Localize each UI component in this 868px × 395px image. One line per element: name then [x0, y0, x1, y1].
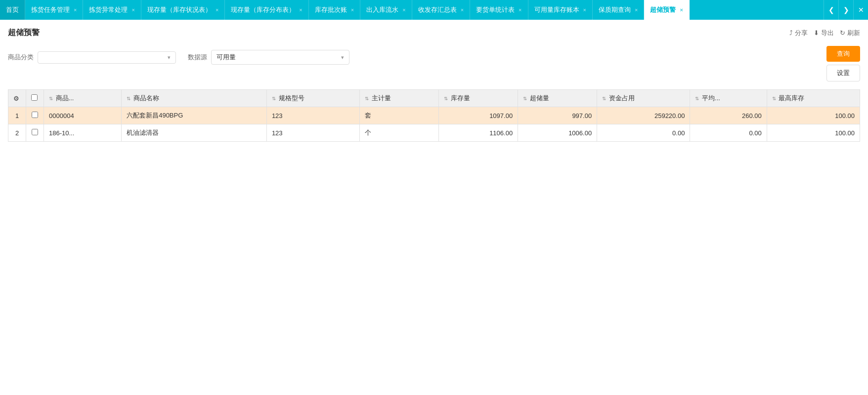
nav-home[interactable]: 首页	[0, 0, 25, 20]
cell-spec: 123	[266, 107, 359, 124]
sort-icon: ⇅	[365, 96, 369, 101]
nav-close-icon[interactable]: ×	[635, 7, 638, 13]
row-number: 2	[8, 124, 26, 142]
row-checkbox-cell[interactable]	[26, 124, 44, 142]
col-overflow[interactable]: ⇅ 超储量	[518, 90, 597, 107]
nav-next-arrow[interactable]: ❯	[838, 0, 853, 20]
datasource-select[interactable]: 可用量 ▾	[211, 50, 349, 65]
col-unit[interactable]: ⇅ 主计量	[360, 90, 439, 107]
header-actions: ⤴ 分享 ⬇ 导出 ↻ 刷新	[789, 29, 860, 38]
cell-max-stock: 100.00	[767, 107, 860, 124]
datasource-filter: 数据源 可用量 ▾	[188, 50, 349, 65]
table-row: 2 186-10... 机油滤清器 123 个 1106.00 1006.00 …	[8, 124, 860, 142]
category-label: 商品分类	[8, 53, 34, 62]
col-stock[interactable]: ⇅ 库存量	[439, 90, 518, 107]
settings-gear-icon: ⚙	[13, 95, 19, 102]
cell-max-stock: 100.00	[767, 124, 860, 142]
nav-summary[interactable]: 收发存汇总表 ×	[412, 0, 470, 20]
nav-pick-task[interactable]: 拣货任务管理 ×	[25, 0, 83, 20]
checkbox-header[interactable]	[26, 90, 44, 107]
gear-header[interactable]: ⚙	[8, 90, 26, 107]
sort-icon: ⇅	[127, 96, 130, 101]
cell-product-name: 机油滤清器	[122, 124, 267, 142]
share-icon: ⤴	[789, 29, 793, 37]
cell-product-name: 六配套新昌490BPG	[122, 107, 267, 124]
nav-pick-exception[interactable]: 拣货异常处理 ×	[83, 0, 141, 20]
nav-close-icon[interactable]: ×	[461, 7, 464, 13]
settings-button[interactable]: 设置	[826, 65, 860, 81]
cell-product-code: 0000004	[44, 107, 122, 124]
col-avg[interactable]: ⇅ 平均...	[690, 90, 767, 107]
nav-overstock[interactable]: 超储预警 ×	[644, 0, 689, 20]
nav-inout-flow[interactable]: 出入库流水 ×	[360, 0, 412, 20]
row-number: 1	[8, 107, 26, 124]
cell-unit: 套	[360, 107, 439, 124]
query-button[interactable]: 查询	[826, 46, 860, 62]
col-max-stock[interactable]: ⇅ 最高库存	[767, 90, 860, 107]
sort-icon: ⇅	[602, 96, 606, 101]
page-title: 超储预警	[8, 28, 40, 38]
page-content: 超储预警 ⤴ 分享 ⬇ 导出 ↻ 刷新 商品分类	[0, 20, 868, 395]
nav-arrows: ❮ ❯ ✕	[824, 0, 868, 20]
share-button[interactable]: ⤴ 分享	[789, 29, 808, 38]
action-buttons: 查询 设置	[826, 46, 860, 81]
nav-close-icon[interactable]: ×	[519, 7, 521, 13]
cell-stock: 1097.00	[439, 107, 518, 124]
cell-capital: 259220.00	[597, 107, 690, 124]
nav-available-stock[interactable]: 可用量库存账本 ×	[528, 0, 593, 20]
select-all-checkbox[interactable]	[31, 94, 38, 101]
nav-close-icon[interactable]: ×	[299, 7, 302, 13]
export-icon: ⬇	[814, 29, 819, 37]
category-filter: 商品分类 ▾	[8, 51, 176, 64]
data-table: ⚙ ⇅ 商品... ⇅ 商品名称 ⇅ 规格型号 ⇅	[8, 89, 860, 142]
nav-close-icon[interactable]: ×	[402, 7, 405, 13]
col-product-name[interactable]: ⇅ 商品名称	[122, 90, 267, 107]
sort-icon: ⇅	[272, 96, 276, 101]
row-checkbox[interactable]	[32, 112, 38, 118]
row-checkbox-cell[interactable]	[26, 107, 44, 124]
cell-spec: 123	[266, 124, 359, 142]
nav-close-icon[interactable]: ×	[74, 7, 77, 13]
chevron-down-icon: ▾	[341, 54, 344, 61]
col-capital[interactable]: ⇅ 资金占用	[597, 90, 690, 107]
nav-order-stats[interactable]: 要货单统计表 ×	[470, 0, 528, 20]
row-checkbox[interactable]	[32, 129, 38, 135]
nav-stock-batch[interactable]: 库存批次账 ×	[309, 0, 360, 20]
sort-icon: ⇅	[695, 96, 699, 101]
cell-overflow: 997.00	[518, 107, 597, 124]
sort-icon: ⇅	[49, 96, 53, 101]
datasource-label: 数据源	[188, 53, 207, 62]
nav-prev-arrow[interactable]: ❮	[824, 0, 838, 20]
sort-icon: ⇅	[444, 96, 448, 101]
export-button[interactable]: ⬇ 导出	[814, 29, 834, 38]
cell-overflow: 1006.00	[518, 124, 597, 142]
chevron-down-icon: ▾	[168, 54, 171, 61]
cell-avg: 0.00	[690, 124, 767, 142]
nav-close-icon[interactable]: ×	[680, 7, 683, 13]
cell-capital: 0.00	[597, 124, 690, 142]
nav-close-all-arrow[interactable]: ✕	[853, 0, 868, 20]
nav-close-icon[interactable]: ×	[216, 7, 218, 13]
nav-expiry[interactable]: 保质期查询 ×	[593, 0, 644, 20]
cell-stock: 1106.00	[439, 124, 518, 142]
nav-stock-status[interactable]: 现存量（库存状况表） ×	[141, 0, 225, 20]
filter-row: 商品分类 ▾ 数据源 可用量 ▾	[8, 46, 819, 69]
cell-product-code: 186-10...	[44, 124, 122, 142]
refresh-icon: ↻	[840, 29, 845, 37]
nav-stock-dist[interactable]: 现存量（库存分布表） ×	[225, 0, 308, 20]
category-select[interactable]: ▾	[38, 51, 176, 64]
table-header-row: ⚙ ⇅ 商品... ⇅ 商品名称 ⇅ 规格型号 ⇅	[8, 90, 860, 107]
table-row: 1 0000004 六配套新昌490BPG 123 套 1097.00 997.…	[8, 107, 860, 124]
col-spec[interactable]: ⇅ 规格型号	[266, 90, 359, 107]
datasource-value: 可用量	[217, 53, 236, 62]
page-header: 超储预警 ⤴ 分享 ⬇ 导出 ↻ 刷新	[8, 28, 860, 38]
nav-close-icon[interactable]: ×	[131, 7, 134, 13]
refresh-button[interactable]: ↻ 刷新	[840, 29, 860, 38]
cell-avg: 260.00	[690, 107, 767, 124]
col-product-code[interactable]: ⇅ 商品...	[44, 90, 122, 107]
nav-close-icon[interactable]: ×	[351, 7, 354, 13]
nav-close-icon[interactable]: ×	[583, 7, 586, 13]
cell-unit: 个	[360, 124, 439, 142]
sort-icon: ⇅	[523, 96, 527, 101]
sort-icon: ⇅	[772, 96, 776, 101]
